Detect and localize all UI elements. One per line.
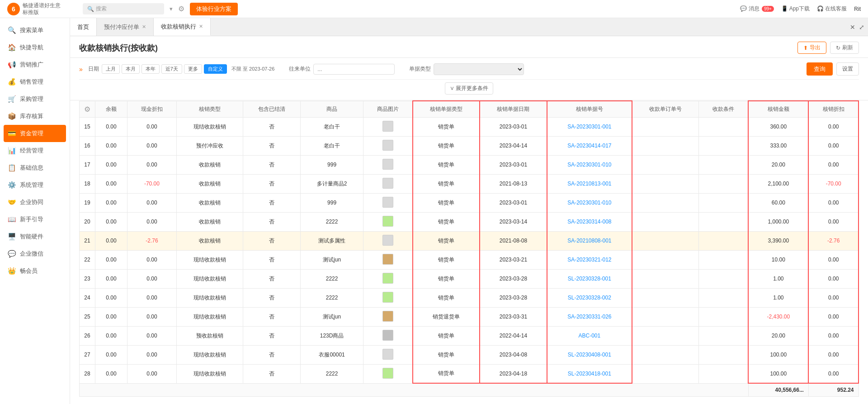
filter-bar: » 日期 上月 本月 本年 近7天 更多 自定义 不限 至 2023-07-26… [70,58,868,100]
voucher-type-select[interactable] [434,63,524,75]
close-all-icon[interactable]: ✕ [850,24,855,31]
cell-cancel-discount: 0.00 [808,155,859,174]
sidebar-item-basic[interactable]: 📋 基础信息 [0,159,70,176]
sidebar-item-collab[interactable]: 🤝 企业协同 [0,194,70,211]
cell-seq: 20 [80,212,95,231]
cell-included: 否 [243,212,301,231]
sidebar-item-label: 资金管理 [20,129,43,138]
cell-voucher-type: 销货单 [413,326,480,345]
cell-cancel-type: 收款核销 [176,231,243,250]
sidebar-item-wechat[interactable]: 💬 企业微信 [0,245,70,262]
sidebar-item-nav[interactable]: 🏠 快捷导航 [0,39,70,56]
col-included: 包含已结清 [243,101,301,117]
date-btn-custom[interactable]: 自定义 [204,64,227,74]
cell-discount: 0.00 [127,364,177,383]
cell-goods-img [363,269,413,288]
main-table: ⚙ 余额 现金折扣 核销类型 包含已结清 商品 商品图片 核销单据类型 核销单据… [79,100,859,397]
partner-input[interactable] [313,64,395,75]
cell-voucher-type: 销货单 [413,212,480,231]
online-service-btn[interactable]: 🎧 在线客服 [817,5,847,13]
cell-included: 否 [243,288,301,307]
cell-condition [699,288,749,307]
sidebar-item-finance[interactable]: 💳 资金管理 [4,125,66,142]
export-icon: ⬆ [803,45,808,51]
cell-condition [699,117,749,136]
date-btn-thismonth[interactable]: 本月 [122,64,140,74]
cell-cancel-discount: 0.00 [808,288,859,307]
cell-voucher-date: 2021-08-13 [480,174,547,193]
industry-btn[interactable]: 体验行业方案 [190,3,238,15]
table-wrapper: ⚙ 余额 现金折扣 核销类型 包含已结清 商品 商品图片 核销单据类型 核销单据… [70,100,868,404]
cell-goods-img [363,117,413,136]
cell-included: 否 [243,345,301,364]
sidebar-item-label: 搜索菜单 [20,26,43,34]
setting-button[interactable]: 设置 [836,62,859,76]
expand-conditions-btn[interactable]: ∨ 展开更多条件 [445,82,493,95]
cell-cancel-discount: 0.00 [808,364,859,383]
cell-discount: 0.00 [127,117,177,136]
date-btn-more[interactable]: 更多 [184,64,202,74]
tab-prepay[interactable]: 预付冲应付单 ✕ [97,18,154,36]
sidebar-item-purchase[interactable]: 🛒 采购管理 [0,90,70,108]
cell-condition [699,326,749,345]
footer-discount: 952.24 [808,383,859,397]
cell-order-no [632,155,699,174]
cell-discount: 0.00 [127,155,177,174]
cell-discount: 0.00 [127,250,177,269]
tab-home[interactable]: 首页 [70,18,97,36]
cell-discount: 0.00 [127,288,177,307]
table-row: 23 0.00 0.00 现结收款核销 否 2222 销货单 2023-03-2… [80,269,859,288]
tab-bar: 首页 预付冲应付单 ✕ 收款核销执行 ✕ ✕ ⤢ [70,18,868,36]
date-btn-7days[interactable]: 近7天 [161,64,182,74]
date-btn-thisyear[interactable]: 本年 [142,64,160,74]
top-search-bar[interactable]: 🔍 搜索 [83,3,164,14]
sidebar-item-management[interactable]: 📊 经营管理 [0,142,70,159]
sidebar-item-member[interactable]: 👑 畅会员 [0,262,70,280]
tab-cancel[interactable]: 收款核销执行 ✕ [154,18,211,36]
refresh-button[interactable]: ↻ 刷新 [830,42,859,54]
cell-cancel-discount: 0.00 [808,307,859,326]
cell-cancel-type: 现结收款核销 [176,250,243,269]
cell-condition [699,307,749,326]
cell-included: 否 [243,326,301,345]
tab-cancel-close[interactable]: ✕ [199,24,203,29]
cell-discount: 0.00 [127,326,177,345]
sidebar-item-guide[interactable]: 📖 新手引导 [0,211,70,228]
app-download-btn[interactable]: 📱 App下载 [781,5,810,13]
cell-cancel-amount: 100.00 [748,345,808,364]
cell-goods-img [363,250,413,269]
cell-seq: 18 [80,174,95,193]
sidebar-item-label: 基础信息 [20,164,43,172]
sidebar-item-marketing[interactable]: 📢 营销推广 [0,56,70,73]
expand-icon[interactable]: ⤢ [859,24,864,31]
col-goods-img: 商品图片 [363,101,413,117]
tab-prepay-close[interactable]: ✕ [142,24,146,30]
user-name[interactable]: Rit [854,6,861,12]
settings-icon[interactable]: ⚙ [178,5,184,13]
cell-cancel-discount: 0.00 [808,345,859,364]
cell-voucher-date: 2023-03-21 [480,250,547,269]
query-button[interactable]: 查询 [807,62,833,76]
filter-collapse-btn[interactable]: » [79,66,83,73]
sidebar-item-inventory[interactable]: 📦 库存核算 [0,108,70,125]
sidebar-item-search[interactable]: 🔍 搜索菜单 [0,22,70,39]
cell-cancel-discount: 0.00 [808,250,859,269]
export-button[interactable]: ⬆ 导出 [797,42,826,54]
col-balance: 余额 [95,101,127,117]
table-row: 26 0.00 0.00 预收款核销 否 123D商品 销货单 2022-04-… [80,326,859,345]
cell-voucher-no: SA-20230301-010 [547,193,632,212]
table-header-row: ⚙ 余额 现金折扣 核销类型 包含已结清 商品 商品图片 核销单据类型 核销单据… [80,101,859,117]
sidebar-item-hardware[interactable]: 🖥️ 智能硬件 [0,228,70,245]
sidebar-item-sales[interactable]: 💰 销售管理 [0,73,70,90]
cell-order-no [632,231,699,250]
cell-cancel-amount: 10.00 [748,250,808,269]
message-btn[interactable]: 💬 消息 99+ [740,5,774,13]
column-settings-btn[interactable]: ⚙ [84,105,90,114]
sidebar-item-system[interactable]: ⚙️ 系统管理 [0,176,70,194]
cell-goods-img [363,364,413,383]
cell-voucher-no: SA-20210808-001 [547,231,632,250]
footer-amount: 40,556,66... [748,383,808,397]
col-voucher-type: 核销单据类型 [413,101,480,117]
date-btn-lastmonth[interactable]: 上月 [102,64,120,74]
wechat-icon: 💬 [7,250,16,258]
